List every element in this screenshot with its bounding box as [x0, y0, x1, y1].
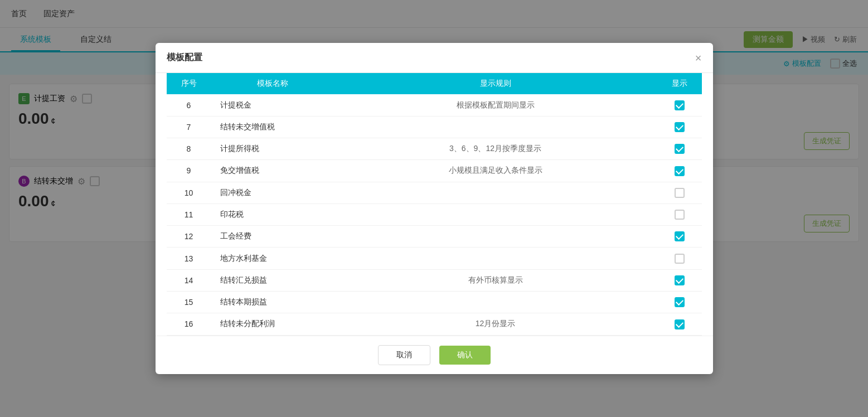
cell-no-1: 7	[167, 116, 211, 138]
cell-display-10	[657, 313, 702, 335]
display-checkbox-8[interactable]	[675, 275, 685, 285]
cell-name-5: 印花税	[211, 203, 334, 225]
table-row: 12工会经费	[167, 226, 702, 248]
cell-no-7: 13	[167, 248, 211, 269]
table-row: 10回冲税金	[167, 182, 702, 203]
display-checkbox-6[interactable]	[675, 231, 685, 241]
display-checkbox-4[interactable]	[675, 188, 685, 198]
cell-display-7	[657, 248, 702, 269]
cell-no-8: 14	[167, 269, 211, 291]
modal-header: 模板配置 ×	[156, 43, 713, 73]
col-header-name: 模板名称	[211, 73, 334, 94]
cell-name-3: 免交增值税	[211, 160, 334, 182]
modal-template-config: 模板配置 × 序号 模板名称 显示规则 显示 6计提税金根据模板配置期间显示7结…	[156, 43, 713, 374]
table-row: 11印花税	[167, 203, 702, 225]
col-header-rule: 显示规则	[334, 73, 657, 94]
cell-display-3	[657, 160, 702, 182]
cell-no-9: 15	[167, 292, 211, 313]
col-header-no: 序号	[167, 73, 211, 94]
col-header-display: 显示	[657, 73, 702, 94]
cell-display-9	[657, 292, 702, 313]
table-body: 6计提税金根据模板配置期间显示7结转未交增值税8计提所得税3、6、9、12月按季…	[167, 94, 702, 335]
cell-no-2: 8	[167, 138, 211, 159]
cell-display-2	[657, 138, 702, 159]
cell-name-2: 计提所得税	[211, 138, 334, 159]
cell-rule-0: 根据模板配置期间显示	[334, 94, 657, 116]
cell-display-6	[657, 226, 702, 248]
cancel-button[interactable]: 取消	[378, 345, 430, 365]
display-checkbox-3[interactable]	[675, 166, 685, 176]
cell-rule-3: 小规模且满足收入条件显示	[334, 160, 657, 182]
confirm-button[interactable]: 确认	[439, 346, 491, 365]
cell-rule-7	[334, 248, 657, 269]
table-row: 9免交增值税小规模且满足收入条件显示	[167, 160, 702, 182]
table-row: 15结转本期损益	[167, 292, 702, 313]
cell-no-5: 11	[167, 203, 211, 225]
cell-name-7: 地方水利基金	[211, 248, 334, 269]
cell-display-4	[657, 182, 702, 203]
cell-no-4: 10	[167, 182, 211, 203]
cell-no-10: 16	[167, 313, 211, 335]
table-head: 序号 模板名称 显示规则 显示	[167, 73, 702, 94]
display-checkbox-0[interactable]	[675, 100, 685, 110]
cell-rule-2: 3、6、9、12月按季度显示	[334, 138, 657, 159]
cell-rule-1	[334, 116, 657, 138]
cell-name-8: 结转汇兑损益	[211, 269, 334, 291]
cell-no-6: 12	[167, 226, 211, 248]
cell-no-0: 6	[167, 94, 211, 116]
cell-rule-8: 有外币核算显示	[334, 269, 657, 291]
cell-name-10: 结转未分配利润	[211, 313, 334, 335]
modal-close-button[interactable]: ×	[695, 52, 702, 64]
modal-footer: 取消 确认	[156, 336, 713, 374]
table-row: 14结转汇兑损益有外币核算显示	[167, 269, 702, 291]
cell-display-1	[657, 116, 702, 138]
cell-display-0	[657, 94, 702, 116]
table-row: 16结转未分配利润12月份显示	[167, 313, 702, 335]
cell-name-4: 回冲税金	[211, 182, 334, 203]
display-checkbox-7[interactable]	[675, 254, 685, 264]
display-checkbox-2[interactable]	[675, 144, 685, 154]
cell-rule-5	[334, 203, 657, 225]
cell-name-6: 工会经费	[211, 226, 334, 248]
cell-rule-10: 12月份显示	[334, 313, 657, 335]
table-row: 13地方水利基金	[167, 248, 702, 269]
cell-name-0: 计提税金	[211, 94, 334, 116]
modal-body: 序号 模板名称 显示规则 显示 6计提税金根据模板配置期间显示7结转未交增值税8…	[156, 73, 713, 335]
modal-title: 模板配置	[167, 52, 202, 64]
cell-name-9: 结转本期损益	[211, 292, 334, 313]
cell-no-3: 9	[167, 160, 211, 182]
table-row: 7结转未交增值税	[167, 116, 702, 138]
cell-display-8	[657, 269, 702, 291]
cell-rule-9	[334, 292, 657, 313]
table-row: 6计提税金根据模板配置期间显示	[167, 94, 702, 116]
display-checkbox-10[interactable]	[675, 319, 685, 329]
cell-display-5	[657, 203, 702, 225]
cell-rule-4	[334, 182, 657, 203]
cell-rule-6	[334, 226, 657, 248]
display-checkbox-1[interactable]	[675, 122, 685, 132]
table-row: 8计提所得税3、6、9、12月按季度显示	[167, 138, 702, 159]
config-table: 序号 模板名称 显示规则 显示 6计提税金根据模板配置期间显示7结转未交增值税8…	[167, 73, 702, 335]
display-checkbox-5[interactable]	[675, 210, 685, 220]
modal-overlay: 模板配置 × 序号 模板名称 显示规则 显示 6计提税金根据模板配置期间显示7结…	[0, 0, 868, 417]
display-checkbox-9[interactable]	[675, 297, 685, 307]
cell-name-1: 结转未交增值税	[211, 116, 334, 138]
